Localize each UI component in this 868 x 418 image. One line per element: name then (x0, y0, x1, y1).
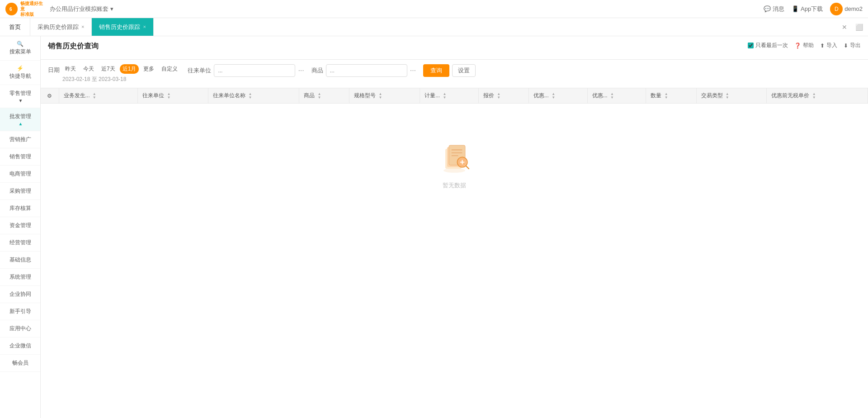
sidebar-item-marketing[interactable]: 营销推广 (0, 131, 40, 148)
sidebar-item-quick-nav[interactable]: ⚡ 快捷导航 (0, 61, 40, 85)
empty-text: 暂无数据 (443, 181, 466, 190)
svg-line-11 (466, 166, 469, 169)
sort-arrows-disc1: ▲▼ (552, 92, 555, 100)
breadcrumb-selector[interactable]: 办公用品行业模拟账套 ▾ (46, 3, 117, 15)
date-btn-7days[interactable]: 近7天 (99, 64, 118, 74)
date-filter-options: 昨天 今天 近7天 近1月 更多 自定义 2023-02-18 至 2023-0… (62, 64, 180, 83)
sort-arrows-qty: ▲▼ (665, 92, 668, 100)
app-download-btn[interactable]: 📱 App下载 (792, 5, 823, 13)
tab-sales[interactable]: 销售历史价跟踪 × (92, 18, 153, 36)
sidebar-finance-label: 资金管理 (9, 222, 31, 229)
sidebar-item-appstore[interactable]: 应用中心 (0, 320, 40, 337)
page-header: 销售历史价查询 只看最后一次 ❓ 帮助 ⬆ 导入 ⬇ 导出 (41, 36, 868, 60)
sidebar-item-operations[interactable]: 经营管理 (0, 234, 40, 252)
th-disc1[interactable]: 优惠... ▲▼ (528, 88, 587, 104)
goods-label: 商品 (311, 66, 323, 75)
th-biz-date[interactable]: 业务发生... ▲▼ (59, 88, 138, 104)
export-btn[interactable]: ⬇ 导出 (844, 42, 861, 49)
sort-arrows-partner-name: ▲▼ (249, 92, 252, 100)
import-btn[interactable]: ⬆ 导入 (820, 42, 837, 49)
th-partner-id[interactable]: 往来单位 ▲▼ (138, 88, 208, 104)
content-area: 销售历史价查询 只看最后一次 ❓ 帮助 ⬆ 导入 ⬇ 导出 (41, 36, 868, 418)
sort-arrows-biz-date: ▲▼ (93, 92, 96, 100)
filter-actions: 查询 设置 (423, 64, 476, 77)
th-partner-name[interactable]: 往来单位名称 ▲▼ (208, 88, 299, 104)
date-btn-yesterday[interactable]: 昨天 (62, 64, 79, 74)
goods-input[interactable] (326, 64, 407, 77)
tab-maximize-btn[interactable]: ⬜ (854, 22, 864, 33)
tab-close-btn[interactable]: ✕ (839, 22, 850, 33)
sidebar-item-coop[interactable]: 企业协同 (0, 286, 40, 303)
query-button[interactable]: 查询 (423, 64, 449, 77)
sidebar-item-ecom[interactable]: 电商管理 (0, 166, 40, 183)
sidebar-marketing-label: 营销推广 (9, 136, 31, 143)
import-label: 导入 (826, 42, 837, 49)
sort-arrows-quote: ▲▼ (497, 92, 500, 100)
retail-arrow-icon: ▼ (19, 98, 23, 103)
tab-bar: 首页 采购历史价跟踪 × 销售历史价跟踪 × ✕ ⬜ (0, 18, 868, 36)
user-area[interactable]: D demo2 (830, 3, 863, 15)
app-download-label: App下载 (801, 5, 823, 13)
sidebar-item-vip[interactable]: 畅会员 (0, 355, 40, 372)
tab-purchase-close[interactable]: × (81, 24, 84, 29)
empty-state: 暂无数据 (41, 104, 868, 226)
data-table: ⚙ 业务发生... ▲▼ 往来单位 ▲▼ 往来单位名称 ▲▼ (41, 88, 868, 104)
sidebar-item-sales-mgmt[interactable]: 销售管理 (0, 148, 40, 166)
sort-arrows-disc2: ▲▼ (610, 92, 614, 100)
sidebar-item-search[interactable]: 🔍 搜索菜单 (0, 36, 40, 61)
sidebar-retail-label: 零售管理 (9, 90, 31, 97)
only-last-checkbox[interactable] (748, 43, 754, 48)
th-qty[interactable]: 数量 ▲▼ (646, 88, 696, 104)
sidebar-item-guide[interactable]: 新手引导 (0, 303, 40, 320)
sidebar-quick-nav-label: 快捷导航 (9, 72, 31, 80)
help-btn[interactable]: ❓ 帮助 (794, 42, 814, 49)
sidebar-item-retail[interactable]: 零售管理 ▼ (0, 85, 40, 108)
sidebar-item-finance[interactable]: 资金管理 (0, 217, 40, 234)
sort-arrows-goods: ▲▼ (317, 92, 321, 100)
date-filter-btns: 昨天 今天 近7天 近1月 更多 自定义 (62, 64, 180, 74)
source-dots-icon[interactable]: ··· (298, 66, 304, 75)
goods-filter-field: 商品 ··· (311, 64, 416, 77)
message-btn[interactable]: 💬 消息 (764, 5, 784, 13)
th-spec[interactable]: 规格型号 ▲▼ (349, 88, 420, 104)
sidebar-item-wholesale[interactable]: 批发管理 ▲ (0, 108, 40, 131)
tab-sales-close[interactable]: × (143, 24, 146, 29)
only-last-label: 只看最后一次 (755, 42, 788, 49)
th-unit[interactable]: 计量... ▲▼ (420, 88, 479, 104)
source-input[interactable] (214, 64, 295, 77)
th-pretax[interactable]: 优惠前无税单价 ▲▼ (767, 88, 868, 104)
sidebar-item-wechat[interactable]: 企业微信 (0, 337, 40, 355)
th-quote[interactable]: 报价 ▲▼ (478, 88, 528, 104)
th-disc2[interactable]: 优惠... ▲▼ (587, 88, 646, 104)
sidebar-item-inventory[interactable]: 库存核算 (0, 200, 40, 217)
date-btn-custom[interactable]: 自定义 (159, 64, 180, 74)
avatar: D (830, 3, 843, 15)
sidebar-basic-label: 基础信息 (9, 256, 31, 264)
export-icon: ⬇ (844, 43, 848, 49)
tab-home[interactable]: 首页 (0, 18, 30, 36)
tab-purchase[interactable]: 采购历史价跟踪 × (30, 18, 92, 36)
sidebar-item-basic[interactable]: 基础信息 (0, 252, 40, 269)
tab-bar-right: ✕ ⬜ (839, 18, 868, 36)
sort-arrows-unit: ▲▼ (443, 92, 446, 100)
sidebar-appstore-label: 应用中心 (9, 325, 31, 332)
main-layout: 🔍 搜索菜单 ⚡ 快捷导航 零售管理 ▼ 批发管理 ▲ 营销推广 销售管理 电商… (0, 36, 868, 418)
sidebar-system-label: 系统管理 (9, 273, 31, 281)
goods-dots-icon[interactable]: ··· (410, 66, 416, 75)
only-last-checkbox-label[interactable]: 只看最后一次 (748, 42, 788, 49)
date-btn-more[interactable]: 更多 (141, 64, 157, 74)
sort-arrows-pretax: ▲▼ (812, 92, 816, 100)
sidebar: 🔍 搜索菜单 ⚡ 快捷导航 零售管理 ▼ 批发管理 ▲ 营销推广 销售管理 电商… (0, 36, 41, 418)
th-gear[interactable]: ⚙ (41, 88, 59, 104)
logo-text: 畅捷通好生意 标准版 (20, 1, 46, 17)
date-btn-1month[interactable]: 近1月 (120, 64, 139, 74)
th-trade-type[interactable]: 交易类型 ▲▼ (696, 88, 767, 104)
sort-arrows-spec: ▲▼ (379, 92, 382, 100)
settings-button[interactable]: 设置 (452, 64, 476, 77)
tab-purchase-label: 采购历史价跟踪 (38, 23, 79, 31)
sidebar-item-system[interactable]: 系统管理 (0, 269, 40, 286)
message-icon: 💬 (764, 5, 771, 12)
sidebar-item-purchase-mgmt[interactable]: 采购管理 (0, 183, 40, 200)
date-btn-today[interactable]: 今天 (80, 64, 97, 74)
th-goods[interactable]: 商品 ▲▼ (299, 88, 349, 104)
